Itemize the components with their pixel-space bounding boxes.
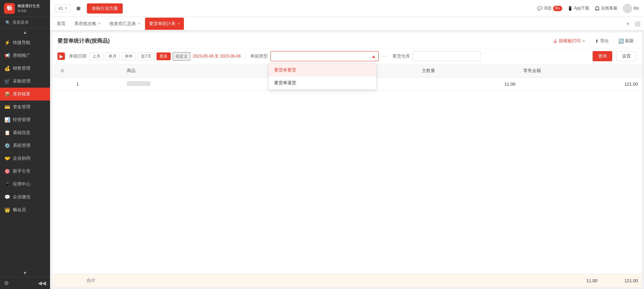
tab-home-label: 首页 [57,21,66,27]
expand-filter-btn[interactable]: ▶ [57,52,65,60]
collapse-btn[interactable]: ◀◀ [38,280,46,286]
logo-title: 畅捷通好生意 [18,3,40,8]
tab-receive-summary-close[interactable]: × [138,21,140,26]
sidebar-item-label: 采购管理 [13,78,30,84]
date-this-year-btn[interactable]: 本年 [122,52,136,60]
select-arrow-icon[interactable]: ▲ [372,54,376,59]
page-actions: 🖨 按模板打印 ▼ ⬆ 导出 🔄 刷新 [550,37,637,45]
scroll-up-btn[interactable]: ▲ [0,28,50,36]
marketing-icon: 📢 [4,52,10,59]
tabs-bar: 首页 库存批次账 × 收发存汇总表 × 要货单统计表 × × ⬜ [50,17,644,30]
filter-more-btn[interactable]: ··· [381,53,388,59]
sidebar-item-system[interactable]: ⚙️ 系统管理 [0,139,50,152]
type-select-input[interactable] [270,51,379,61]
dropdown-item-return[interactable]: 要货单退货 [269,76,376,89]
msg-badge: 99+ [553,6,562,11]
dropdown-item-requisition[interactable]: 要货单要货 [269,64,376,76]
search-label: 搜索菜单 [13,20,29,25]
set-btn[interactable]: 设置 [616,51,637,61]
filter-divider: | [245,54,246,59]
tab-requisition-stats-close[interactable]: × [177,21,180,26]
sidebar-item-wechat[interactable]: 💬 企业微信 [0,191,50,203]
sidebar-item-label: 应用中心 [13,181,30,187]
product-placeholder [127,81,150,86]
sidebar-item-finance[interactable]: 💳 资金管理 [0,101,50,113]
date-7days-btn[interactable]: 近7天 [138,52,154,60]
date-this-month-btn[interactable]: 本月 [105,52,120,60]
print-btn[interactable]: 🖨 按模板打印 ▼ [550,37,588,45]
header-right: 💬 消息 99+ 📱 App下载 🎧 在线客服 Rit [537,4,639,13]
footer-total-qty: 11.00 [557,278,597,283]
export-btn[interactable]: ⬆ 导出 [592,37,612,45]
scroll-down-btn[interactable]: ▼ [0,269,50,277]
operations-icon: 📊 [4,117,10,123]
user-btn[interactable]: Rit [623,4,639,13]
footer-label: 合计 [87,277,95,284]
inventory-icon: 📦 [4,91,10,97]
sidebar-item-quick-nav[interactable]: ⚡ 快捷导航 [0,36,50,49]
quick-nav-icon: ⚡ [4,40,10,46]
sidebar-search[interactable]: 🔍 搜索菜单 [0,17,50,28]
company-num: 41 [58,6,63,11]
sidebar-item-operations[interactable]: 📊 经营管理 [0,113,50,126]
sidebar-item-sales[interactable]: 💰 销售管理 [0,62,50,75]
main-area: 41 ▼ 体验行业方案 💬 消息 99+ 📱 App下载 🎧 在 [50,0,644,289]
type-dropdown: 要货单要货 要货单退货 [268,63,377,90]
sidebar-item-marketing[interactable]: 📢 营销推广 [0,49,50,62]
filter-area: ▶ 单据日期 上月 本月 本年 近7天 更多 自定义 2023-05-06 至 … [52,48,642,64]
warehouse-input[interactable] [413,51,480,61]
date-custom-btn[interactable]: 自定义 [173,52,190,61]
tab-batch-account-close[interactable]: × [98,21,101,26]
refresh-label: 刷新 [625,38,634,44]
system-icon: ⚙️ [4,142,10,149]
msg-label: 消息 [544,5,552,11]
msg-icon: 💬 [537,6,542,11]
sidebar-bottom: ⚙ ◀◀ [0,277,50,289]
th-settings[interactable]: ⚙ [52,64,72,77]
sidebar-item-basic-info[interactable]: 📋 基础信息 [0,126,50,139]
trial-btn[interactable]: 体验行业方案 [87,3,123,14]
sidebar-item-label: 系统管理 [13,142,30,149]
type-select-wrapper: ▲ [270,51,379,61]
tab-receive-summary[interactable]: 收发存汇总表 × [105,18,144,30]
query-btn[interactable]: 查询 [593,51,612,61]
tab-batch-account[interactable]: 库存批次账 × [70,18,105,30]
sidebar-item-inventory[interactable]: 📦 库存核算 [0,88,50,101]
th-product: 商品 [123,64,274,77]
sidebar-item-label: 基础信息 [13,130,30,136]
settings-bottom-btn[interactable]: ⚙ [4,280,9,286]
tab-close-all-btn[interactable]: × [624,20,632,28]
tab-requisition-stats[interactable]: 要货单统计表 × [145,18,184,30]
tab-home[interactable]: 首页 [53,18,70,30]
header-settings-btn[interactable] [73,4,83,13]
date-more-btn[interactable]: 更多 [157,52,171,60]
company-selector[interactable]: 41 ▼ [55,4,71,13]
headset-icon: 🎧 [595,6,600,11]
sidebar-item-guide[interactable]: 🎯 新手引导 [0,165,50,178]
date-shortcuts: 上月 本月 本年 近7天 更多 自定义 [89,52,190,61]
user-label: Rit [634,6,639,11]
col-settings-icon[interactable]: ⚙ [60,68,65,73]
export-icon: ⬆ [595,39,599,44]
th-qty: 主数量 [418,64,520,77]
sidebar-item-label: 营销推广 [13,52,30,59]
app-download-btn[interactable]: 📱 App下载 [568,5,589,11]
tab-requisition-stats-label: 要货单统计表 [149,21,175,27]
phone-icon: 📱 [568,6,573,11]
print-dropdown-icon: ▼ [582,39,586,43]
enterprise-icon: 🤝 [4,155,10,161]
sidebar-item-member[interactable]: 👑 畅会员 [0,203,50,216]
service-btn[interactable]: 🎧 在线客服 [595,5,617,11]
refresh-btn[interactable]: 🔄 刷新 [616,37,637,45]
sidebar-item-purchase[interactable]: 🛒 采购管理 [0,75,50,88]
sidebar: 畅 畅捷通好生意 标准版 🔍 搜索菜单 ▲ ⚡ 快捷导航 📢 营销推广 💰 销售… [0,0,50,289]
date-last-month-btn[interactable]: 上月 [89,52,103,60]
sidebar-item-app-center[interactable]: 📱 应用中心 [0,178,50,191]
th-amount: 零售金额 [519,64,642,77]
cell-qty: 11.00 [418,77,520,91]
finance-icon: 💳 [4,104,10,110]
tab-expand-btn[interactable]: ⬜ [633,20,641,28]
sidebar-item-enterprise[interactable]: 🤝 企业协同 [0,152,50,165]
msg-btn[interactable]: 💬 消息 99+ [537,5,562,11]
logo-icon: 畅 [4,3,15,14]
